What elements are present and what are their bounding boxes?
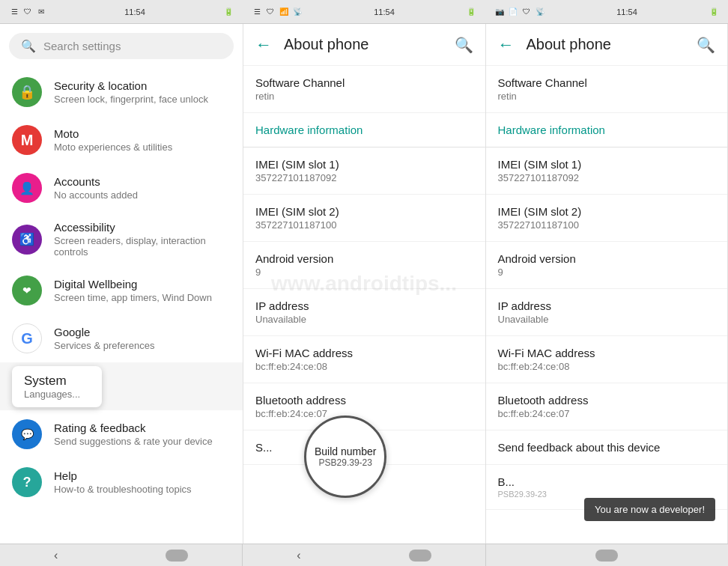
settings-item-google[interactable]: G Google Services & preferences <box>0 314 243 362</box>
about-item-feedback[interactable]: S... Build number PSB29.39-23 <box>243 430 485 465</box>
imei1-title-r: IMEI (SIM slot 1) <box>498 158 716 171</box>
build-circle: Build number PSB29.39-23 <box>304 416 386 498</box>
ip-value: Unavailable <box>255 314 473 325</box>
rating-text: Rating & feedback Send suggestions & rat… <box>54 422 231 447</box>
about-item-bt-r[interactable]: Bluetooth address bc:ff:eb:24:ce:07 <box>486 383 728 430</box>
accessibility-text: Accessibility Screen readers, display, i… <box>54 221 231 258</box>
battery-icons-left: 🔋 <box>223 7 234 17</box>
about-item-imei2-r[interactable]: IMEI (SIM slot 2) 357227101187100 <box>486 195 728 242</box>
status-panel-left: ☰ 🛡 ✉ 11:54 🔋 <box>0 7 243 17</box>
settings-list: 🔒 Security & location Screen lock, finge… <box>0 68 243 544</box>
settings-item-moto[interactable]: M Moto Moto experiences & utilities <box>0 116 243 164</box>
wifi-icon-right: 📡 <box>535 7 545 17</box>
settings-item-security[interactable]: 🔒 Security & location Screen lock, finge… <box>0 68 243 116</box>
imei1-value: 357227101187092 <box>255 172 473 183</box>
security-icon: 🔒 <box>12 77 42 107</box>
android-value: 9 <box>255 267 473 278</box>
ip-value-r: Unavailable <box>498 314 716 325</box>
camera-icon: 📷 <box>494 7 505 17</box>
status-bar: ☰ 🛡 ✉ 11:54 🔋 ☰ 🛡 📶 📡 11:54 🔋 📷 📄 🛡 📡 11… <box>0 0 728 24</box>
message-icon: ✉ <box>36 7 46 17</box>
battery-icon-mid: 🔋 <box>466 7 476 17</box>
nav-home-left[interactable] <box>166 550 188 562</box>
wifi-value: bc:ff:eb:24:ce:08 <box>255 361 473 372</box>
about-item-imei2[interactable]: IMEI (SIM slot 2) 357227101187100 <box>243 195 485 242</box>
imei2-title-r: IMEI (SIM slot 2) <box>498 205 716 218</box>
android-value-r: 9 <box>498 267 716 278</box>
build-title-r: B... <box>498 475 716 488</box>
about-header-right: ← About phone 🔍 <box>486 24 728 66</box>
settings-item-accounts[interactable]: 👤 Accounts No accounts added <box>0 164 243 212</box>
sw-channel-value: retin <box>255 91 473 102</box>
search-input[interactable]: Search settings <box>43 40 121 52</box>
shield-icon-right: 🛡 <box>521 7 532 17</box>
search-icon-right[interactable]: 🔍 <box>697 36 715 54</box>
accounts-subtitle: No accounts added <box>54 189 231 201</box>
help-subtitle: How-to & troubleshooting topics <box>54 484 231 495</box>
accounts-title: Accounts <box>54 175 231 188</box>
settings-item-accessibility[interactable]: ♿ Accessibility Screen readers, display,… <box>0 212 243 267</box>
security-text: Security & location Screen lock, fingerp… <box>54 79 231 105</box>
security-title: Security & location <box>54 79 231 92</box>
wifi-value-r: bc:ff:eb:24:ce:08 <box>498 361 716 372</box>
digital-subtitle: Screen time, app timers, Wind Down <box>54 292 231 303</box>
help-title: Help <box>54 469 231 482</box>
google-icon: G <box>12 323 42 353</box>
about-item-wifi-r[interactable]: Wi-Fi MAC address bc:ff:eb:24:ce:08 <box>486 336 728 383</box>
build-circle-value: PSB29.39-23 <box>319 457 372 468</box>
settings-item-system[interactable]: System Languages... ℹ System Languages, … <box>0 362 243 410</box>
ip-title-r: IP address <box>498 299 716 312</box>
sw-channel-title-r: Software Channel <box>498 76 716 89</box>
nav-home-right[interactable] <box>595 550 618 562</box>
help-icon: ? <box>12 467 42 497</box>
search-bar[interactable]: 🔍 Search settings <box>9 33 234 59</box>
imei2-value-r: 357227101187100 <box>498 219 716 231</box>
hw-section-title: Hardware information <box>255 124 473 136</box>
hw-section-title-r: Hardware information <box>498 124 716 136</box>
back-icon-middle[interactable]: ← <box>255 35 272 55</box>
about-item-imei1-r[interactable]: IMEI (SIM slot 1) 357227101187092 <box>486 147 728 195</box>
shield-icon-mid: 🛡 <box>265 7 276 17</box>
digital-text: Digital Wellbeing Screen time, app timer… <box>54 278 231 303</box>
wifi-title: Wi-Fi MAC address <box>255 347 473 359</box>
bt-value-r: bc:ff:eb:24:ce:07 <box>498 408 716 419</box>
google-title: Google <box>54 326 231 338</box>
about-item-imei1[interactable]: IMEI (SIM slot 1) 357227101187092 <box>243 147 485 195</box>
bottom-nav: ‹ ‹ <box>0 544 728 566</box>
about-item-wifi[interactable]: Wi-Fi MAC address bc:ff:eb:24:ce:08 <box>243 336 485 383</box>
about-header-middle: ← About phone 🔍 <box>243 24 485 66</box>
bt-value: bc:ff:eb:24:ce:07 <box>255 408 473 419</box>
back-icon-right[interactable]: ← <box>498 35 515 55</box>
about-item-android-r[interactable]: Android version 9 <box>486 242 728 289</box>
sw-channel-title: Software Channel <box>255 76 473 89</box>
about-item-ip-r[interactable]: IP address Unavailable <box>486 289 728 336</box>
help-text: Help How-to & troubleshooting topics <box>54 469 231 495</box>
settings-item-rating[interactable]: 💬 Rating & feedback Send suggestions & r… <box>0 410 243 458</box>
about-panel-right: ← About phone 🔍 Software Channel retin H… <box>486 24 729 544</box>
imei2-value: 357227101187100 <box>255 219 473 231</box>
search-icon-middle[interactable]: 🔍 <box>455 36 473 54</box>
nav-back-middle[interactable]: ‹ <box>297 549 300 562</box>
about-item-feedback-r[interactable]: Send feedback about this device <box>486 430 728 465</box>
accessibility-title: Accessibility <box>54 221 231 234</box>
battery-icons-right: 🔋 <box>709 7 719 17</box>
developer-toast: You are now a developer! <box>584 498 715 521</box>
settings-item-help[interactable]: ? Help How-to & troubleshooting topics <box>0 458 243 506</box>
file-icon: 📄 <box>508 7 518 17</box>
accounts-icon: 👤 <box>12 173 42 203</box>
digital-icon: ❤ <box>12 276 42 305</box>
settings-item-digital[interactable]: ❤ Digital Wellbeing Screen time, app tim… <box>0 267 243 314</box>
nav-back-left[interactable]: ‹ <box>54 549 58 562</box>
nav-home-middle[interactable] <box>409 550 431 562</box>
about-item-hw-section-r: Hardware information <box>486 113 728 147</box>
about-item-ip[interactable]: IP address Unavailable <box>243 289 485 336</box>
about-item-sw-channel[interactable]: Software Channel retin <box>243 66 485 113</box>
system-tooltip-title: System <box>24 374 90 389</box>
status-icons-right: 📷 📄 🛡 📡 <box>494 7 545 17</box>
about-item-sw-channel-r[interactable]: Software Channel retin <box>486 66 728 113</box>
android-title-r: Android version <box>498 252 716 265</box>
about-item-android[interactable]: Android version 9 <box>243 242 485 289</box>
accessibility-subtitle: Screen readers, display, interaction con… <box>54 235 231 258</box>
moto-subtitle: Moto experiences & utilities <box>54 142 231 153</box>
about-content-middle: Software Channel retin Hardware informat… <box>243 66 485 544</box>
